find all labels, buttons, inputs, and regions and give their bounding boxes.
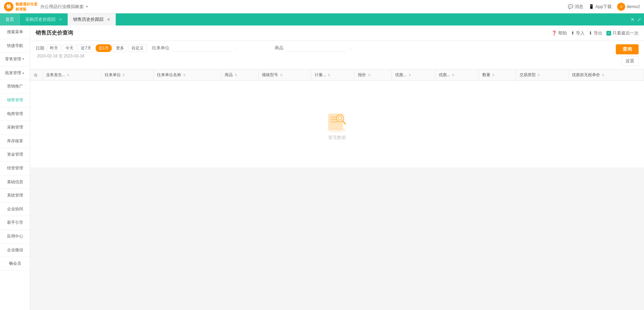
gear-icon: ⚙ bbox=[34, 72, 38, 78]
sales-mgmt-label: 销售管理 bbox=[7, 98, 23, 103]
date-btn-more[interactable]: 更多 bbox=[113, 44, 127, 52]
sidebar-item-quick-nav[interactable]: 快捷导航 bbox=[0, 39, 30, 53]
tab-bar-actions: ✕ ⤢ bbox=[628, 13, 644, 25]
table-header-product[interactable]: 商品 ⇅ bbox=[221, 69, 259, 81]
svg-line-7 bbox=[343, 121, 345, 124]
date-filter-group: 日期 昨天 今天 近7天 近1月 更多 自定义 bbox=[36, 44, 147, 52]
maximize-tab-btn[interactable]: ⤢ bbox=[637, 17, 641, 22]
sidebar-item-purchase-mgmt[interactable]: 采购管理 bbox=[0, 121, 30, 135]
sort-icon-trade-type: ⇅ bbox=[537, 73, 540, 77]
purchase-tab-close[interactable]: ✕ bbox=[59, 17, 62, 22]
from-unit-input[interactable] bbox=[172, 44, 232, 52]
import-action[interactable]: ⬆ 导入 bbox=[571, 30, 585, 36]
app-title[interactable]: 办公用品行业模拟账套 ▼ bbox=[40, 4, 89, 10]
enterprise-label: 企业协同 bbox=[7, 207, 23, 212]
table-header-quoted-price[interactable]: 报价 ⇅ bbox=[355, 69, 392, 81]
product-label: 商品 bbox=[275, 45, 283, 51]
from-unit-label: 往来单位 bbox=[152, 45, 169, 51]
purchase-tab-label: 采购历史价跟踪 bbox=[25, 16, 56, 22]
wechat-label: 企业微信 bbox=[7, 248, 23, 253]
sidebar-item-retail[interactable]: 零售管理 ▼ bbox=[0, 53, 30, 66]
wholesale-label: 批发管理 bbox=[5, 70, 21, 76]
table-header-quantity[interactable]: 数量 ⇅ bbox=[479, 69, 516, 81]
table-header: ⚙ 业务发生... ⇅ 往来单位 ⇅ 往来单位名称 ⇅ bbox=[30, 69, 644, 81]
purchase-mgmt-label: 采购管理 bbox=[7, 125, 23, 130]
table-header-trade-type[interactable]: 交易类型 ⇅ bbox=[516, 69, 568, 81]
sidebar-item-basics[interactable]: 基础信息 bbox=[0, 175, 30, 189]
sort-icon-spec: ⇅ bbox=[280, 73, 283, 77]
empty-illustration bbox=[322, 108, 352, 135]
help-action[interactable]: ❓ 帮助 bbox=[551, 30, 567, 36]
sidebar-item-operations[interactable]: 经营管理 bbox=[0, 162, 30, 175]
date-btn-custom[interactable]: 自定义 bbox=[128, 44, 147, 52]
product-filter: 商品 ... bbox=[275, 44, 392, 52]
sort-icon-quoted-price: ⇅ bbox=[368, 73, 371, 77]
message-button[interactable]: 💬 消息 bbox=[568, 4, 583, 10]
phone-icon: 📱 bbox=[589, 4, 594, 9]
logo-area: 畅 畅捷通好生意 标准版 bbox=[4, 2, 38, 11]
sort-icon-discount2: ⇅ bbox=[452, 73, 454, 77]
sidebar-item-newcomer[interactable]: 新手引导 bbox=[0, 216, 30, 230]
product-input[interactable] bbox=[286, 44, 346, 52]
tab-purchase[interactable]: 采购历史价跟踪 ✕ bbox=[20, 13, 68, 25]
sort-icon-unit-name: ⇅ bbox=[183, 73, 186, 77]
sidebar-item-finance[interactable]: 资金管理 bbox=[0, 148, 30, 162]
main-layout: 搜索菜单 快捷导航 零售管理 ▼ 批发管理 ▲ 营销推广 销售管理 电商管理 采… bbox=[0, 25, 644, 310]
sidebar-item-enterprise[interactable]: 企业协同 bbox=[0, 203, 30, 216]
date-btn-1month[interactable]: 近1月 bbox=[96, 44, 112, 52]
empty-state: 暂无数据 bbox=[30, 81, 644, 167]
sales-tab-close[interactable]: ✕ bbox=[107, 17, 110, 22]
avatar: d bbox=[617, 3, 625, 11]
table-header-spec[interactable]: 规格型号 ⇅ bbox=[259, 69, 311, 81]
app-center-label: 应用中心 bbox=[7, 234, 23, 239]
table-header-discount2[interactable]: 优惠... ⇅ bbox=[435, 69, 479, 81]
top-bar: 畅 畅捷通好生意 标准版 办公用品行业模拟账套 ▼ 💬 消息 📱 App下载 d… bbox=[0, 0, 644, 13]
sidebar-item-app-center[interactable]: 应用中心 bbox=[0, 230, 30, 244]
checkbox-icon: ✓ bbox=[606, 31, 611, 36]
sidebar-item-sales-mgmt[interactable]: 销售管理 bbox=[0, 94, 30, 107]
sidebar-item-membership[interactable]: 畅会员 bbox=[0, 257, 30, 271]
page-title: 销售历史价查询 bbox=[36, 30, 73, 37]
top-bar-left: 畅 畅捷通好生意 标准版 办公用品行业模拟账套 ▼ bbox=[4, 2, 89, 11]
product-dots[interactable]: ... bbox=[349, 46, 353, 50]
close-tab-btn[interactable]: ✕ bbox=[631, 17, 635, 22]
basics-label: 基础信息 bbox=[7, 179, 23, 185]
import-icon: ⬆ bbox=[571, 31, 575, 36]
date-btn-today[interactable]: 今天 bbox=[62, 44, 76, 52]
sidebar-item-ecommerce[interactable]: 电商管理 bbox=[0, 107, 30, 121]
table-header-unit[interactable]: 计量... ⇅ bbox=[311, 69, 355, 81]
export-icon: ⬇ bbox=[589, 31, 592, 36]
from-unit-dots[interactable]: ... bbox=[235, 46, 238, 50]
settings-button[interactable]: 设置 bbox=[621, 56, 639, 66]
table-header-unit-code[interactable]: 往来单位 ⇅ bbox=[101, 69, 153, 81]
ecommerce-label: 电商管理 bbox=[7, 111, 23, 117]
last-only-checkbox[interactable]: ✓ 只看最后一次 bbox=[606, 30, 639, 36]
user-menu[interactable]: d demo2 bbox=[617, 3, 640, 11]
export-action[interactable]: ⬇ 导出 bbox=[589, 30, 602, 36]
finance-label: 资金管理 bbox=[7, 152, 23, 157]
tab-home[interactable]: 首页 bbox=[0, 13, 20, 25]
table-header-unit-name[interactable]: 往来单位名称 ⇅ bbox=[154, 69, 221, 81]
sidebar-item-marketing[interactable]: 营销推广 bbox=[0, 80, 30, 94]
sidebar-item-system[interactable]: 系统管理 bbox=[0, 189, 30, 203]
sort-icon-quantity: ⇅ bbox=[492, 73, 495, 77]
table-header-biz-date[interactable]: 业务发生... ⇅ bbox=[42, 69, 101, 81]
marketing-label: 营销推广 bbox=[7, 84, 23, 89]
tab-sales[interactable]: 销售历史价跟踪 ✕ bbox=[68, 13, 116, 25]
date-btn-7days[interactable]: 近7天 bbox=[78, 44, 94, 52]
app-download-button[interactable]: 📱 App下载 bbox=[589, 4, 612, 10]
table-header-settings[interactable]: ⚙ bbox=[30, 69, 42, 81]
table-header-discount1[interactable]: 优惠... ⇅ bbox=[392, 69, 435, 81]
table-header-pre-tax-price[interactable]: 优惠前无税单价 ⇅ bbox=[569, 69, 644, 81]
system-label: 系统管理 bbox=[7, 193, 23, 198]
sort-icon-biz-date: ⇅ bbox=[67, 73, 70, 77]
sidebar-item-search[interactable]: 搜索菜单 bbox=[0, 25, 30, 39]
query-button[interactable]: 查询 bbox=[616, 44, 639, 54]
sidebar-item-wechat[interactable]: 企业微信 bbox=[0, 244, 30, 257]
filter-bar: 日期 昨天 今天 近7天 近1月 更多 自定义 2023-02-18 至 202… bbox=[30, 41, 644, 69]
top-bar-right: 💬 消息 📱 App下载 d demo2 bbox=[568, 3, 640, 11]
sidebar-item-wholesale[interactable]: 批发管理 ▲ bbox=[0, 66, 30, 80]
sales-tab-label: 销售历史价跟踪 bbox=[73, 16, 104, 22]
sidebar-item-inventory[interactable]: 库存核算 bbox=[0, 135, 30, 148]
date-btn-yesterday[interactable]: 昨天 bbox=[47, 44, 61, 52]
